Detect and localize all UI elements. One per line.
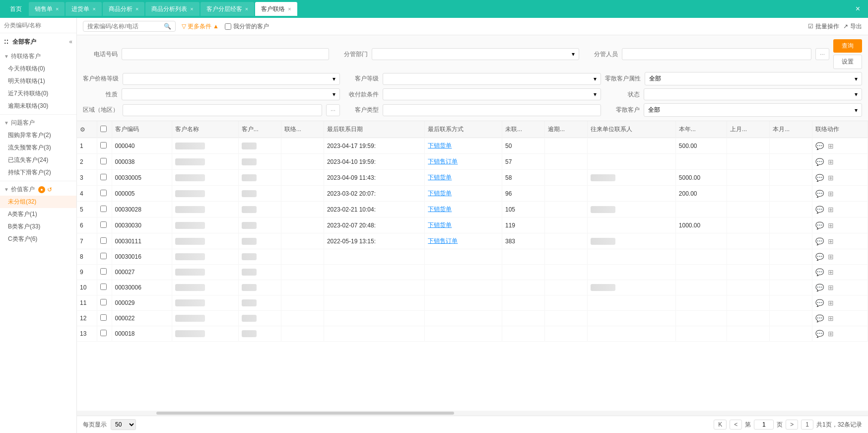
cell-check[interactable] [97,265,112,280]
sidebar-item-class-c[interactable]: C类客户(6) [0,233,76,245]
sidebar-item-unclassified[interactable]: 未分组(32) [0,196,76,208]
sidebar-item-today[interactable]: 今天待联络(0) [0,63,76,75]
search-icon2[interactable]: 🔍 [164,23,171,30]
cell-check[interactable] [97,311,112,326]
cell-check[interactable] [97,170,112,186]
grid-action-icon[interactable]: ⊞ [828,206,834,214]
first-page-btn[interactable]: K [714,420,727,430]
nav-home[interactable]: 首页 [4,2,28,16]
my-customers-check[interactable] [225,23,231,30]
nav-tab-product-list[interactable]: 商品分析列表 × [145,2,199,16]
chat-icon[interactable]: 💬 [815,330,824,338]
sidebar-item-declining[interactable]: 持续下滑客户(2) [0,166,76,179]
chat-icon[interactable]: 💬 [815,253,824,261]
cell-check[interactable] [97,280,112,295]
sidebar-item-class-b[interactable]: B类客户(33) [0,220,76,233]
grid-action-icon[interactable]: ⊞ [828,174,834,182]
nav-tab-purchase[interactable]: 进货单 × [66,2,101,16]
nav-tab-customer-contact[interactable]: 客户联络 × [255,2,297,16]
cell-check[interactable] [97,154,112,170]
chat-icon[interactable]: 💬 [815,314,824,322]
cell-check[interactable] [97,295,112,311]
cell-check[interactable] [97,202,112,217]
phone-input[interactable] [122,48,329,60]
reset-button[interactable]: 设置 [833,55,862,69]
retail-customer-select[interactable]: 全部 ▾ [644,103,862,117]
sidebar-item-churned[interactable]: 已流失客户(24) [0,154,76,166]
grid-action-icon[interactable]: ⊞ [828,330,834,338]
sidebar-search-input[interactable] [4,22,77,29]
cell-check[interactable] [97,138,112,154]
customer-type-input[interactable] [383,104,601,116]
chat-icon[interactable]: 💬 [815,237,824,245]
chat-icon[interactable]: 💬 [815,221,824,229]
nav-tab-sales[interactable]: 销售单 × [29,2,65,16]
nav-tab-product-analysis[interactable]: 商品分析 × [103,2,144,16]
sidebar-item-tomorrow[interactable]: 明天待联络(1) [0,75,76,87]
sidebar-group-pending[interactable]: ▼ 待联络客户 [0,50,76,63]
close-icon[interactable]: × [135,6,138,12]
dept-select[interactable]: ▾ [372,48,579,60]
refresh-icon[interactable]: ↺ [47,186,52,193]
chat-icon[interactable]: 💬 [815,174,824,182]
settings-icon[interactable]: ⚙ [80,126,85,133]
sidebar-group-value[interactable]: ▼ 价值客户 ● ↺ [0,183,76,196]
filter-search-input[interactable] [87,23,162,30]
scrollbar-thumb[interactable] [156,412,454,415]
query-button[interactable]: 查询 [833,39,862,53]
chat-icon[interactable]: 💬 [815,190,824,198]
grid-action-icon[interactable]: ⊞ [828,299,834,307]
price-level-select[interactable]: ▾ [123,73,340,85]
sidebar-item-churn-risk[interactable]: 流失预警客户(3) [0,142,76,154]
grid-action-icon[interactable]: ⊞ [828,142,834,150]
chat-icon[interactable]: 💬 [815,142,824,150]
chat-icon[interactable]: 💬 [815,284,824,291]
grid-action-icon[interactable]: ⊞ [828,237,834,245]
all-customers-header[interactable]: :: 全部客户 « [0,33,76,50]
cell-check[interactable] [97,186,112,202]
chat-icon[interactable]: 💬 [815,206,824,214]
customer-level-select[interactable]: ▾ [383,73,601,85]
close-icon[interactable]: × [190,6,193,12]
chat-icon[interactable]: 💬 [815,299,824,307]
nav-tab-customer-tier[interactable]: 客户分层经客 × [200,2,254,16]
close-icon[interactable]: × [288,6,291,12]
page-number-input[interactable] [754,420,774,430]
per-page-select[interactable]: 50 100 [111,419,136,430]
close-icon[interactable]: × [245,6,248,12]
grid-action-icon[interactable]: ⊞ [828,158,834,166]
close-icon[interactable]: × [92,6,95,12]
export-btn[interactable]: ↗ 导出 [843,22,862,31]
sidebar-group-problem[interactable]: ▼ 问题客户 [0,117,76,129]
batch-operate-btn[interactable]: ☑ 批量操作 [808,22,839,31]
cell-check[interactable] [97,233,112,249]
close-icon[interactable]: × [56,6,59,12]
sidebar-item-7days[interactable]: 近7天待联络(0) [0,87,76,100]
nature-select[interactable]: ▾ [122,88,340,100]
manager-ellipsis[interactable]: ··· [815,48,829,60]
grid-action-icon[interactable]: ⊞ [828,268,834,276]
region-input[interactable] [123,104,322,116]
collapse-icon[interactable]: « [69,38,72,45]
filter-more-btn[interactable]: ▽ 更多条件 ▲ [182,22,219,31]
next-page-btn[interactable]: > [786,420,798,430]
horizontal-scrollbar[interactable] [77,411,868,416]
cell-check[interactable] [97,217,112,233]
select-all-checkbox[interactable] [100,126,107,132]
payment-select[interactable]: ▾ [383,88,601,100]
prev-page-btn[interactable]: < [730,420,742,430]
last-page-btn[interactable]: 1 [801,420,813,430]
cell-check[interactable] [97,326,112,342]
status-select[interactable]: ▾ [644,88,862,100]
window-close-icon[interactable]: × [852,4,864,13]
my-customers-checkbox[interactable]: 我分管的客户 [225,22,269,31]
grid-action-icon[interactable]: ⊞ [828,190,834,198]
grid-action-icon[interactable]: ⊞ [828,284,834,291]
chat-icon[interactable]: 💬 [815,158,824,166]
grid-action-icon[interactable]: ⊞ [828,314,834,322]
grid-action-icon[interactable]: ⊞ [828,253,834,261]
manager-input[interactable] [622,48,811,60]
region-ellipsis[interactable]: ··· [326,104,340,116]
cell-check[interactable] [97,249,112,265]
sidebar-item-overdue[interactable]: 逾期未联络(30) [0,100,76,112]
